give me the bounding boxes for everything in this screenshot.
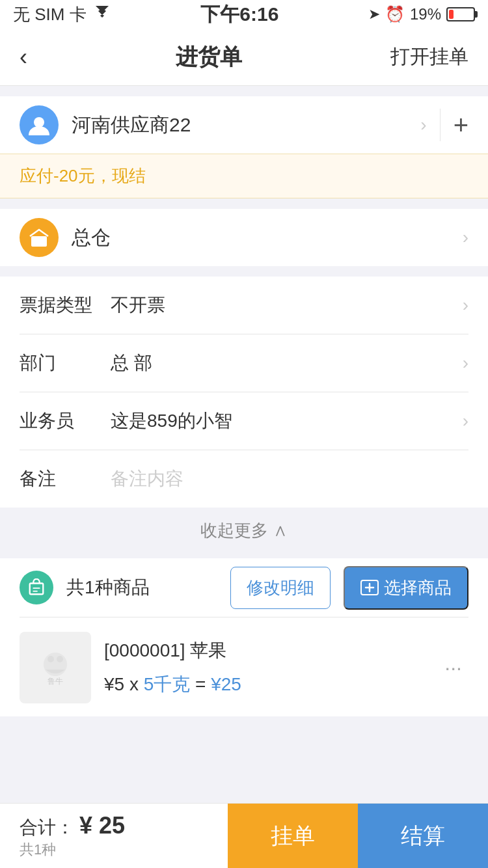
warehouse-row[interactable]: 总仓 › <box>0 209 488 266</box>
supplier-section: 河南供应商22 › + 应付-20元，现结 <box>0 96 488 198</box>
status-carrier: 无 SIM 卡 <box>13 3 111 26</box>
alarm-icon: ⏰ <box>385 5 405 23</box>
status-time: 下午6:16 <box>200 1 278 28</box>
divider-2 <box>0 266 488 277</box>
supplier-avatar <box>20 105 59 144</box>
product-section: 共1种商品 修改明细 选择商品 鲁牛 [0000001] 苹果 <box>0 558 488 716</box>
form-section: 票据类型 不开票 › 部门 总 部 › 业务员 这是859的小智 › 备注 备注… <box>0 277 488 508</box>
quantity: 5千克 <box>144 674 191 694</box>
invoice-chevron-icon: › <box>463 295 468 316</box>
department-label: 部门 <box>20 351 98 375</box>
notice-bar: 应付-20元，现结 <box>0 154 488 198</box>
product-count-icon <box>20 571 53 604</box>
salesperson-chevron-icon: › <box>463 411 468 431</box>
product-count-text: 共1种商品 <box>66 575 217 600</box>
product-info: [0000001] 苹果 ¥5 x 5千克 = ¥25 <box>104 638 425 697</box>
select-product-label: 选择商品 <box>384 576 452 599</box>
svg-point-6 <box>57 656 63 662</box>
divider-1 <box>0 198 488 209</box>
product-name: [0000001] 苹果 <box>104 638 425 663</box>
divider-top <box>0 86 488 96</box>
svg-point-0 <box>34 117 44 128</box>
select-product-button[interactable]: 选择商品 <box>344 566 468 610</box>
warehouse-name: 总仓 <box>72 224 463 251</box>
remark-row[interactable]: 备注 备注内容 <box>0 450 488 508</box>
back-button[interactable]: ‹ <box>20 44 27 71</box>
invoice-row[interactable]: 票据类型 不开票 › <box>0 277 488 334</box>
location-icon: ➤ <box>368 6 380 23</box>
nav-bar: ‹ 进货单 打开挂单 <box>0 29 488 86</box>
open-hang-button[interactable]: 打开挂单 <box>390 44 468 70</box>
collapse-label: 收起更多 ∧ <box>200 519 287 542</box>
department-chevron-icon: › <box>463 353 468 373</box>
total-section: 合计： ¥ 25 共1种 <box>0 804 228 868</box>
invoice-value: 不开票 <box>98 293 463 318</box>
battery-icon <box>446 7 475 21</box>
checkout-button[interactable]: 结算 <box>358 804 488 868</box>
status-bar: 无 SIM 卡 下午6:16 ➤ ⏰ 19% <box>0 0 488 29</box>
warehouse-chevron-icon: › <box>463 227 468 248</box>
chevron-right-icon: › <box>420 115 426 135</box>
department-row[interactable]: 部门 总 部 › <box>0 334 488 392</box>
svg-rect-1 <box>31 236 47 247</box>
svg-rect-2 <box>30 583 44 594</box>
product-header: 共1种商品 修改明细 选择商品 <box>0 558 488 617</box>
wifi-icon <box>93 5 111 25</box>
remark-input[interactable]: 备注内容 <box>98 467 468 491</box>
bottom-bar: 合计： ¥ 25 共1种 挂单 结算 <box>0 803 488 868</box>
divider-3 <box>0 553 488 558</box>
svg-point-5 <box>47 656 54 662</box>
add-button[interactable]: + <box>454 111 468 140</box>
collapse-row[interactable]: 收起更多 ∧ <box>0 508 488 553</box>
total-label: 合计： <box>20 815 74 840</box>
salesperson-value: 这是859的小智 <box>98 409 463 433</box>
remark-label: 备注 <box>20 467 98 491</box>
svg-text:鲁牛: 鲁牛 <box>47 677 63 686</box>
salesperson-row[interactable]: 业务员 这是859的小智 › <box>0 392 488 450</box>
supplier-row[interactable]: 河南供应商22 › + <box>0 96 488 154</box>
invoice-label: 票据类型 <box>20 293 98 318</box>
product-item: 鲁牛 [0000001] 苹果 ¥5 x 5千克 = ¥25 ··· <box>0 619 488 716</box>
supplier-divider <box>440 109 441 141</box>
product-thumbnail: 鲁牛 <box>20 632 91 703</box>
warehouse-section: 总仓 › <box>0 209 488 266</box>
page-title: 进货单 <box>176 42 242 72</box>
hang-button[interactable]: 挂单 <box>228 804 358 868</box>
product-title: 苹果 <box>190 640 226 660</box>
modify-detail-button[interactable]: 修改明细 <box>230 567 331 609</box>
product-divider <box>20 617 468 617</box>
total-price: ¥25 <box>211 674 241 694</box>
department-value: 总 部 <box>98 351 463 375</box>
notice-text: 应付-20元，现结 <box>20 166 146 185</box>
bottom-spacer <box>0 716 488 781</box>
supplier-name: 河南供应商22 <box>72 112 420 139</box>
product-id: [0000001] <box>104 640 190 660</box>
unit-price: ¥5 x <box>104 674 144 694</box>
equals: = <box>190 674 211 694</box>
total-sub: 共1种 <box>20 840 208 860</box>
battery-text: 19% <box>410 5 441 23</box>
product-price: ¥5 x 5千克 = ¥25 <box>104 672 425 697</box>
salesperson-label: 业务员 <box>20 409 98 433</box>
more-options-button[interactable]: ··· <box>438 649 468 686</box>
warehouse-icon <box>20 218 59 257</box>
total-amount: ¥ 25 <box>79 812 125 839</box>
